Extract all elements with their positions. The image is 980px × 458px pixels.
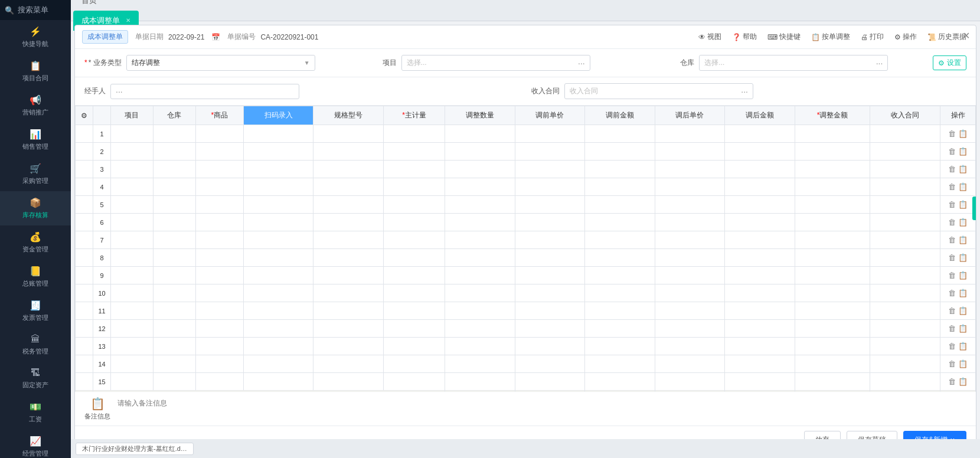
cell-scan-9[interactable] (243, 267, 313, 284)
cell-mainunit-11[interactable] (383, 302, 445, 320)
cell-mainunit-4[interactable] (383, 178, 445, 196)
cell-preamount-2[interactable] (585, 143, 655, 161)
cell-adjqty-12[interactable] (445, 320, 515, 338)
cell-mainunit-14[interactable] (383, 355, 445, 373)
cell-scan-10[interactable] (243, 284, 313, 302)
cell-adjqty-6[interactable] (445, 214, 515, 231)
cell-project-15[interactable] (111, 373, 153, 391)
cell-preunitprice-12[interactable] (515, 320, 585, 338)
row-delete-5[interactable]: 🗑 (948, 200, 956, 209)
cell-mainunit-10[interactable] (383, 284, 445, 302)
cell-postunitprice-4[interactable] (655, 178, 725, 196)
cell-spec-10[interactable] (313, 284, 384, 302)
row-copy-5[interactable]: 📋 (958, 200, 968, 209)
cell-product-8[interactable] (195, 249, 243, 267)
cell-product-14[interactable] (195, 355, 243, 373)
cell-preamount-13[interactable] (585, 338, 655, 355)
cell-preunitprice-4[interactable] (515, 178, 585, 196)
cell-project-14[interactable] (111, 355, 153, 373)
cell-postunitprice-5[interactable] (655, 196, 725, 214)
cell-adjamount-4[interactable] (795, 178, 870, 196)
cell-adjamount-2[interactable] (795, 143, 870, 161)
row-delete-14[interactable]: 🗑 (948, 359, 956, 368)
cell-warehouse-4[interactable] (153, 178, 195, 196)
row-copy-10[interactable]: 📋 (958, 289, 968, 297)
cell-adjamount-3[interactable] (795, 161, 870, 178)
settings-button[interactable]: ⚙ 设置 (933, 55, 966, 70)
doc-action-review-adjust[interactable]: 📋按单调整 (809, 31, 852, 43)
cell-preunitprice-8[interactable] (515, 249, 585, 267)
cell-warehouse-3[interactable] (153, 161, 195, 178)
cell-product-13[interactable] (195, 338, 243, 355)
cell-project-8[interactable] (111, 249, 153, 267)
cell-preunitprice-6[interactable] (515, 214, 585, 231)
cell-postunitprice-9[interactable] (655, 267, 725, 284)
cell-project-10[interactable] (111, 284, 153, 302)
cell-warehouse-10[interactable] (153, 284, 195, 302)
cell-mainunit-12[interactable] (383, 320, 445, 338)
cell-mainunit-3[interactable] (383, 161, 445, 178)
cell-warehouse-14[interactable] (153, 355, 195, 373)
cell-spec-3[interactable] (313, 161, 384, 178)
cell-preunitprice-5[interactable] (515, 196, 585, 214)
cell-incomecontract-3[interactable] (870, 161, 940, 178)
cell-product-9[interactable] (195, 267, 243, 284)
cell-adjamount-10[interactable] (795, 284, 870, 302)
cell-postamount-5[interactable] (725, 196, 795, 214)
sidebar-item-payroll[interactable]: 💵工资 (0, 395, 71, 430)
cell-scan-3[interactable] (243, 161, 313, 178)
row-delete-9[interactable]: 🗑 (948, 271, 956, 280)
sidebar-item-invoice-mgmt[interactable]: 🧾发票管理 (0, 294, 71, 328)
cell-adjamount-1[interactable] (795, 125, 870, 143)
doc-action-print[interactable]: 🖨打印 (858, 31, 886, 43)
row-copy-4[interactable]: 📋 (958, 182, 968, 191)
handler-input[interactable]: ··· (110, 84, 299, 99)
cell-project-6[interactable] (111, 214, 153, 231)
cell-preunitprice-15[interactable] (515, 373, 585, 391)
cell-spec-11[interactable] (313, 302, 384, 320)
cell-postunitprice-14[interactable] (655, 355, 725, 373)
cell-scan-11[interactable] (243, 302, 313, 320)
cell-product-10[interactable] (195, 284, 243, 302)
cell-project-3[interactable] (111, 161, 153, 178)
cell-scan-13[interactable] (243, 338, 313, 355)
doc-action-help[interactable]: ❓帮助 (730, 31, 759, 43)
cell-adjqty-15[interactable] (445, 373, 515, 391)
cell-adjamount-7[interactable] (795, 231, 870, 249)
sidebar-item-purchase-mgmt[interactable]: 🛒采购管理 (0, 157, 71, 191)
cell-mainunit-5[interactable] (383, 196, 445, 214)
col-settings[interactable]: ⚙ (76, 106, 93, 125)
cell-postunitprice-10[interactable] (655, 284, 725, 302)
cell-incomecontract-15[interactable] (870, 373, 940, 391)
cell-preamount-7[interactable] (585, 231, 655, 249)
row-copy-12[interactable]: 📋 (958, 324, 968, 333)
cell-adjamount-8[interactable] (795, 249, 870, 267)
cell-postamount-12[interactable] (725, 320, 795, 338)
project-input[interactable]: 选择... ··· (401, 55, 590, 71)
cell-postunitprice-15[interactable] (655, 373, 725, 391)
cell-incomecontract-4[interactable] (870, 178, 940, 196)
cell-spec-8[interactable] (313, 249, 384, 267)
sidebar-item-sales-mgmt[interactable]: 📊销售管理 (0, 123, 71, 157)
cell-spec-1[interactable] (313, 125, 384, 143)
cell-incomecontract-6[interactable] (870, 214, 940, 231)
cell-spec-5[interactable] (313, 196, 384, 214)
sidebar-item-quick-nav[interactable]: ⚡快捷导航 (0, 20, 71, 54)
cell-scan-4[interactable] (243, 178, 313, 196)
cell-preamount-6[interactable] (585, 214, 655, 231)
row-delete-10[interactable]: 🗑 (948, 289, 956, 297)
cell-scan-12[interactable] (243, 320, 313, 338)
cell-postamount-10[interactable] (725, 284, 795, 302)
row-copy-13[interactable]: 📋 (958, 342, 968, 351)
cell-postunitprice-2[interactable] (655, 143, 725, 161)
cell-warehouse-1[interactable] (153, 125, 195, 143)
row-delete-4[interactable]: 🗑 (948, 182, 956, 191)
cell-incomecontract-1[interactable] (870, 125, 940, 143)
cell-postunitprice-3[interactable] (655, 161, 725, 178)
cell-postamount-1[interactable] (725, 125, 795, 143)
row-delete-11[interactable]: 🗑 (948, 306, 956, 315)
cell-scan-1[interactable] (243, 125, 313, 143)
row-delete-1[interactable]: 🗑 (948, 129, 956, 138)
cell-project-9[interactable] (111, 267, 153, 284)
cell-warehouse-13[interactable] (153, 338, 195, 355)
